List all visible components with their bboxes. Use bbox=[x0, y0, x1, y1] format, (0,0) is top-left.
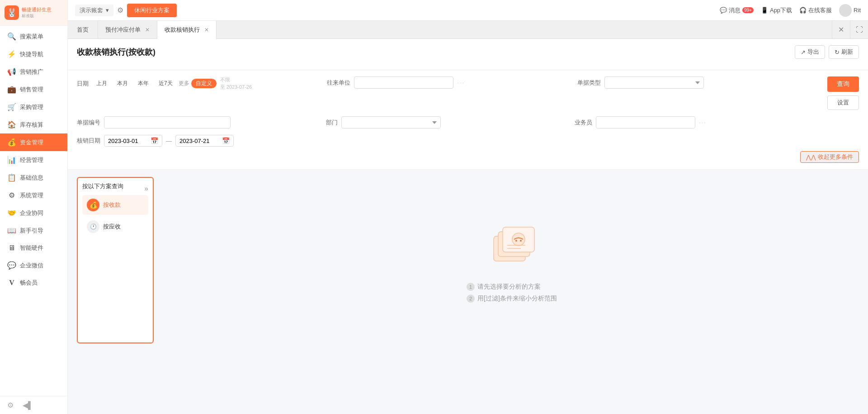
empty-tip-1: 请先选择要分析的方案 bbox=[477, 283, 541, 291]
date-btn-7days[interactable]: 近7天 bbox=[155, 78, 177, 89]
online-service-label: 在线客服 bbox=[808, 6, 832, 14]
counterpart-input[interactable] bbox=[354, 76, 453, 89]
bill-no-input[interactable] bbox=[104, 116, 231, 128]
service-icon: 🎧 bbox=[799, 7, 807, 14]
page-actions: ↗ 导出 ↻ 刷新 bbox=[795, 45, 859, 59]
sidebar-item-sales[interactable]: 💼 销售管理 bbox=[0, 81, 67, 98]
sidebar-item-label: 快捷导航 bbox=[20, 50, 43, 58]
date-btn-last-month[interactable]: 上月 bbox=[92, 78, 111, 89]
tab-prepay-close[interactable]: ✕ bbox=[145, 27, 150, 33]
sidebar-item-label: 企业协同 bbox=[20, 209, 43, 217]
counterpart-dots[interactable]: ··· bbox=[457, 79, 465, 86]
dept-select[interactable] bbox=[341, 116, 441, 128]
refresh-button[interactable]: ↻ 刷新 bbox=[829, 45, 859, 59]
sidebar-item-hardware[interactable]: 🖥 智能硬件 bbox=[0, 239, 67, 257]
sidebar-item-basic[interactable]: 📋 基础信息 bbox=[0, 169, 67, 186]
refresh-label: 刷新 bbox=[841, 48, 853, 56]
setting-button[interactable]: 设置 bbox=[827, 95, 859, 110]
date-btn-custom[interactable]: 自定义 bbox=[191, 79, 217, 88]
tab-home[interactable]: 首页 bbox=[68, 21, 98, 39]
sidebar-item-label: 企业微信 bbox=[20, 262, 43, 270]
vip-icon: V bbox=[7, 279, 16, 287]
app-download-button[interactable]: 📱 App下载 bbox=[761, 6, 792, 14]
filter-sidebar-item-receipt[interactable]: 💰 按收款 bbox=[82, 195, 148, 215]
empty-state: 1 请先选择要分析的方案 2 用[过滤]条件来缩小分析范围 bbox=[165, 177, 859, 343]
collapse-sidebar-icon[interactable]: ◀▌ bbox=[23, 401, 33, 409]
svg-point-5 bbox=[520, 240, 522, 242]
verify-date-end-wrap: 📅 bbox=[175, 135, 234, 147]
hardware-icon: 🖥 bbox=[7, 244, 16, 252]
logo-badge: 标准版 bbox=[22, 13, 52, 19]
inventory-icon: 🏠 bbox=[7, 120, 16, 129]
sidebar-item-search[interactable]: 🔍 搜索菜单 bbox=[0, 28, 67, 45]
bill-type-select[interactable] bbox=[604, 76, 704, 89]
collapse-button[interactable]: ⋀⋀ 收起更多条件 bbox=[800, 151, 859, 163]
solution-button[interactable]: 休闲行业方案 bbox=[127, 4, 177, 17]
message-button[interactable]: 💬 消息 99+ bbox=[720, 6, 754, 14]
tab-home-label: 首页 bbox=[77, 26, 89, 34]
message-badge: 99+ bbox=[742, 7, 754, 13]
empty-tip-2: 用[过滤]条件来缩小分析范围 bbox=[477, 295, 557, 303]
tab-close-all-btn[interactable]: ✕ bbox=[832, 21, 850, 39]
date-btn-this-month[interactable]: 本月 bbox=[113, 78, 132, 89]
sidebar-item-marketing[interactable]: 📢 营销推广 bbox=[0, 63, 67, 81]
calendar-end-icon[interactable]: 📅 bbox=[222, 137, 230, 144]
filter-sidebar-item-receivable[interactable]: 🕐 按应收 bbox=[82, 217, 148, 237]
tab-prepay-label: 预付冲应付单 bbox=[105, 26, 141, 34]
receivable-scheme-label: 按应收 bbox=[103, 223, 121, 231]
company-name: 演示账套 bbox=[80, 6, 103, 14]
tab-receipt[interactable]: 收款核销执行 ✕ bbox=[157, 21, 217, 39]
date-btn-this-year[interactable]: 本年 bbox=[134, 78, 153, 89]
verify-date-end-input[interactable] bbox=[179, 138, 220, 144]
filter-panel: 日期 上月 本月 本年 近7天 更多 自定义 不限 至 2023-07-26 bbox=[68, 70, 868, 170]
tab-receipt-label: 收款核销执行 bbox=[165, 26, 200, 34]
receipt-scheme-icon: 💰 bbox=[87, 199, 99, 211]
query-actions: 查询 设置 bbox=[827, 76, 859, 110]
sidebar-item-label: 系统管理 bbox=[20, 191, 43, 200]
sidebar-item-system[interactable]: ⚙ 系统管理 bbox=[0, 186, 67, 204]
online-service-button[interactable]: 🎧 在线客服 bbox=[799, 6, 832, 14]
export-button[interactable]: ↗ 导出 bbox=[795, 45, 825, 59]
sidebar-item-label: 智能硬件 bbox=[20, 244, 43, 252]
calendar-start-icon[interactable]: 📅 bbox=[151, 137, 158, 144]
date-btn-more[interactable]: 更多 bbox=[179, 80, 189, 87]
filter-sidebar-title: 按以下方案查询 bbox=[82, 182, 123, 190]
sidebar-item-label: 搜索菜单 bbox=[20, 33, 43, 41]
sidebar-menu: 🔍 搜索菜单 ⚡ 快捷导航 📢 营销推广 💼 销售管理 🛒 采购管理 🏠 库存核… bbox=[0, 26, 67, 396]
user-info[interactable]: Rit bbox=[839, 4, 861, 17]
tab-prepay[interactable]: 预付冲应付单 ✕ bbox=[98, 21, 157, 39]
username: Rit bbox=[854, 7, 861, 14]
tab-expand-btn[interactable]: ⛶ bbox=[850, 21, 868, 39]
content-body: 按以下方案查询 » 💰 按收款 🕐 按应收 bbox=[68, 170, 868, 351]
filter-sidebar-collapse-icon[interactable]: » bbox=[144, 185, 148, 193]
purchase-icon: 🛒 bbox=[7, 103, 16, 111]
page-title: 收款核销执行(按收款) bbox=[77, 47, 156, 57]
sidebar-item-quicknav[interactable]: ⚡ 快捷导航 bbox=[0, 45, 67, 63]
sidebar-item-finance[interactable]: 💰 资金管理 bbox=[0, 133, 67, 151]
verify-date-start-input[interactable] bbox=[108, 138, 149, 144]
filter-sidebar: 按以下方案查询 » 💰 按收款 🕐 按应收 bbox=[77, 177, 154, 343]
cooperation-icon: 🤝 bbox=[7, 209, 16, 217]
verify-date-start-wrap: 📅 bbox=[104, 135, 162, 147]
sidebar-item-label: 畅会员 bbox=[20, 279, 38, 287]
sidebar-item-inventory[interactable]: 🏠 库存核算 bbox=[0, 116, 67, 133]
settings-bottom-icon[interactable]: ⚙ bbox=[7, 401, 14, 409]
app-download-label: App下载 bbox=[770, 6, 792, 14]
sidebar-item-vip[interactable]: V 畅会员 bbox=[0, 274, 67, 291]
salesman-input[interactable] bbox=[596, 116, 695, 128]
sidebar-item-purchase[interactable]: 🛒 采购管理 bbox=[0, 98, 67, 116]
sidebar-item-guide[interactable]: 📖 新手引导 bbox=[0, 222, 67, 239]
sidebar-item-wechat[interactable]: 💬 企业微信 bbox=[0, 257, 67, 274]
sidebar-item-management[interactable]: 📊 经营管理 bbox=[0, 151, 67, 169]
refresh-icon: ↻ bbox=[835, 49, 840, 56]
topbar-gear-icon[interactable]: ⚙ bbox=[117, 6, 123, 14]
sidebar-item-cooperation[interactable]: 🤝 企业协同 bbox=[0, 204, 67, 222]
sidebar: 🐰 畅捷通好生意 标准版 🔍 搜索菜单 ⚡ 快捷导航 📢 营销推广 💼 销售管理… bbox=[0, 0, 68, 414]
sales-icon: 💼 bbox=[7, 85, 16, 94]
query-button[interactable]: 查询 bbox=[827, 76, 859, 92]
finance-icon: 💰 bbox=[7, 138, 16, 147]
tab-receipt-close[interactable]: ✕ bbox=[204, 27, 209, 33]
salesman-dots[interactable]: ··· bbox=[699, 119, 707, 126]
page-content: 收款核销执行(按收款) ↗ 导出 ↻ 刷新 日期 bbox=[68, 39, 868, 414]
company-selector[interactable]: 演示账套 ▾ bbox=[75, 5, 113, 16]
